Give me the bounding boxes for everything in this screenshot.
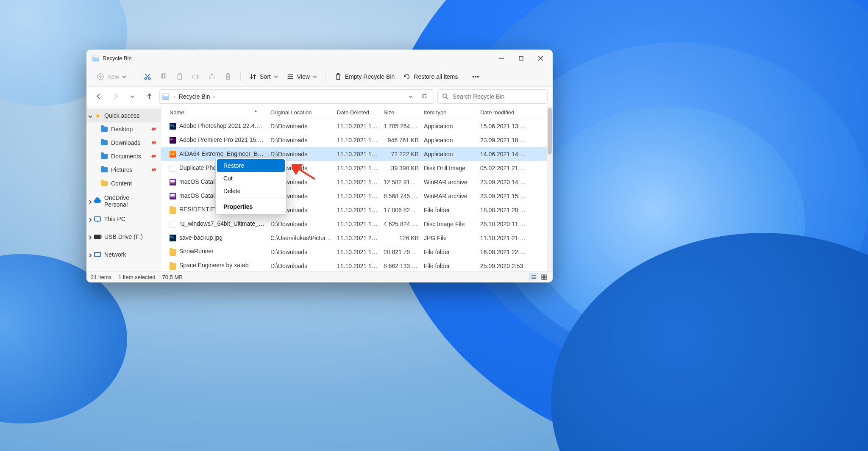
empty-recycle-bin-button[interactable]: Empty Recycle Bin: [330, 70, 399, 83]
col-item-type[interactable]: Item type: [421, 109, 478, 116]
sidebar-item-downloads[interactable]: Downloads📌: [86, 136, 161, 149]
cloud-icon: [94, 199, 101, 203]
up-button[interactable]: [142, 90, 156, 103]
svg-point-22: [477, 76, 479, 77]
scrollbar[interactable]: [547, 106, 553, 271]
maximize-button[interactable]: [511, 50, 531, 66]
folder-icon: [101, 181, 108, 186]
breadcrumb[interactable]: › Recycle Bin ›: [159, 89, 434, 104]
forward-button[interactable]: [108, 90, 122, 103]
titlebar: Recycle Bin: [86, 50, 553, 66]
sidebar-item-network[interactable]: Network: [86, 248, 161, 261]
list-icon: [287, 73, 294, 80]
share-button[interactable]: [204, 70, 220, 83]
file-original-location: C:\Users\lukas\Pictures\...: [268, 235, 334, 241]
file-date-deleted: 11.10.2021 16:26: [334, 193, 381, 199]
refresh-button[interactable]: [417, 90, 431, 103]
close-button[interactable]: [531, 50, 550, 66]
chevron-right-icon: [88, 252, 93, 257]
svg-point-7: [145, 77, 147, 80]
explorer-window: Recycle Bin New So: [86, 50, 553, 282]
rename-button[interactable]: [188, 70, 204, 83]
file-date-modified: 05.02.2021 21:48: [478, 165, 529, 172]
file-name: ru_windows7_64bit_Ultimate_msdn_...: [179, 220, 268, 227]
table-row[interactable]: save-backup.jpgC:\Users\lukas\Pictures\.…: [161, 231, 553, 245]
new-button[interactable]: New: [92, 70, 131, 83]
file-type: File folder: [421, 263, 478, 269]
status-selection: 1 item selected: [118, 274, 155, 280]
table-row[interactable]: Adobe Premiere Pro 2021 15.4.1.6 R...D:\…: [161, 133, 553, 147]
col-date-modified[interactable]: Date modified: [478, 109, 529, 116]
context-menu: Restore Cut Delete Properties: [215, 158, 287, 215]
trash-icon: [224, 73, 232, 80]
sidebar-item-desktop[interactable]: Desktop📌: [86, 122, 161, 136]
thumbnails-view-button[interactable]: [539, 274, 548, 281]
col-date-deleted[interactable]: Date Deleted: [334, 109, 381, 116]
statusbar: 21 items 1 item selected 70,5 MB: [86, 271, 553, 282]
col-original-location[interactable]: Original Location: [268, 109, 334, 116]
sidebar-item-usb[interactable]: USB Drive (F:): [86, 230, 161, 243]
file-original-location: D:\Downloads: [268, 151, 334, 158]
file-date-modified: 23.09.2021 15:24: [478, 193, 529, 199]
star-icon: ★: [94, 112, 101, 119]
svg-point-21: [475, 76, 476, 77]
breadcrumb-dropdown[interactable]: [404, 90, 417, 103]
desktop-icon: [101, 127, 108, 132]
file-date-deleted: 11.10.2021 21:46: [334, 235, 381, 241]
view-button[interactable]: View: [282, 70, 321, 83]
details-view-button[interactable]: [529, 274, 538, 281]
breadcrumb-location: Recycle Bin: [179, 93, 210, 100]
more-button[interactable]: [467, 70, 484, 83]
toolbar: New Sort View: [86, 66, 553, 87]
file-original-location: D:\Downloads: [268, 263, 334, 269]
restore-all-button[interactable]: Restore all items: [399, 70, 462, 83]
file-date-deleted: 11.10.2021 16:26: [334, 165, 381, 172]
file-icon: [170, 207, 176, 214]
table-row[interactable]: Adobe Photoshop 2021 22.4.2.242 R...D:\D…: [161, 119, 553, 133]
copy-button[interactable]: [156, 70, 172, 83]
back-button[interactable]: [92, 90, 105, 103]
file-date-modified: 25.09.2020 2:53: [478, 263, 529, 269]
paste-button[interactable]: [172, 70, 188, 83]
cut-button[interactable]: [139, 70, 156, 83]
minimize-button[interactable]: [492, 50, 511, 66]
file-name: Adobe Photoshop 2021 22.4.2.242 R...: [179, 122, 268, 129]
recent-button[interactable]: [125, 90, 139, 103]
sidebar-item-onedrive[interactable]: OneDrive - Personal: [86, 194, 161, 208]
ellipsis-icon: [472, 73, 479, 80]
file-size: 946 761 KB: [381, 137, 421, 144]
scrollbar-thumb[interactable]: [548, 108, 552, 155]
sidebar-item-pictures[interactable]: Pictures📌: [86, 163, 161, 177]
svg-rect-30: [544, 275, 546, 277]
chevron-down-icon: [274, 75, 278, 79]
rename-icon: [192, 73, 200, 80]
file-icon: [170, 249, 176, 256]
sort-button[interactable]: Sort: [245, 70, 282, 83]
sidebar-item-content[interactable]: Content: [86, 177, 161, 190]
sidebar-item-this-pc[interactable]: This PC: [86, 212, 161, 226]
sidebar-item-quick-access[interactable]: ★ Quick access: [86, 109, 161, 122]
file-size: 20 821 799 ...: [381, 249, 421, 255]
search-input[interactable]: Search Recycle Bin: [437, 89, 548, 104]
ctx-properties[interactable]: Properties: [217, 200, 285, 213]
file-icon: [170, 137, 176, 144]
sidebar-item-documents[interactable]: Documents📌: [86, 149, 161, 163]
svg-rect-29: [542, 275, 544, 277]
col-name[interactable]: Name▲: [167, 109, 268, 116]
table-row[interactable]: ru_windows7_64bit_Ultimate_msdn_...D:\Do…: [161, 217, 553, 231]
file-date-deleted: 11.10.2021 16:26: [334, 179, 381, 185]
table-row[interactable]: SnowRunnerD:\Downloads11.10.2021 16:2520…: [161, 245, 553, 259]
table-row[interactable]: Space Engineers by xatabD:\Downloads11.1…: [161, 259, 553, 271]
ctx-delete[interactable]: Delete: [217, 185, 285, 197]
col-size[interactable]: Size: [381, 109, 421, 116]
ctx-cut[interactable]: Cut: [217, 172, 285, 185]
sort-label: Sort: [260, 73, 271, 80]
file-size: 1 705 264 KB: [381, 123, 421, 130]
file-date-modified: 28.10.2020 11:53: [478, 221, 529, 227]
file-date-deleted: 11.10.2021 16:26: [334, 123, 381, 130]
delete-button[interactable]: [220, 70, 236, 83]
recycle-bin-icon: [92, 55, 99, 61]
file-original-location: D:\Downloads: [268, 221, 334, 227]
ctx-restore[interactable]: Restore: [217, 159, 285, 172]
svg-rect-31: [542, 278, 544, 280]
